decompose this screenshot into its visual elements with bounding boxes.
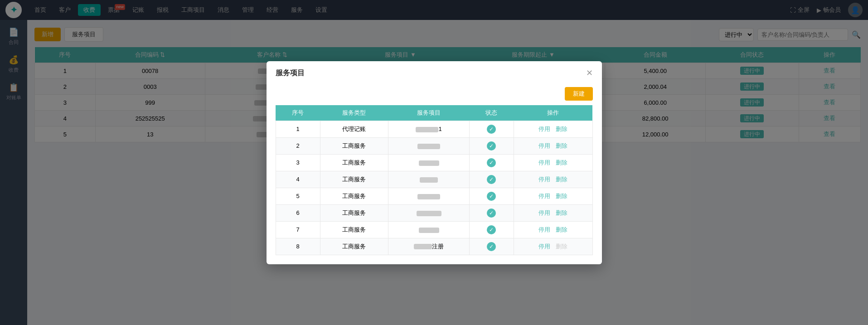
modal-table: 序号 服务类型 服务项目 状态 操作 1 代理记账 1 ✓ 停用 删除 2 工商… bbox=[276, 105, 593, 255]
modal-cell-item bbox=[388, 188, 469, 204]
modal-cell-item bbox=[388, 154, 469, 171]
modal-col-index: 序号 bbox=[276, 105, 320, 121]
modal-table-row: 1 代理记账 1 ✓ 停用 删除 bbox=[276, 121, 592, 137]
modal-cell-index: 1 bbox=[276, 121, 320, 137]
modal-cell-item: 注册 bbox=[388, 238, 469, 255]
modal-cell-type: 工商服务 bbox=[320, 171, 388, 188]
status-check-icon: ✓ bbox=[487, 192, 496, 201]
status-check-icon: ✓ bbox=[487, 209, 496, 218]
modal-cell-status: ✓ bbox=[469, 238, 514, 255]
modal-overlay[interactable]: 服务项目 ✕ 新建 序号 服务类型 服务项目 状态 操作 1 bbox=[0, 0, 868, 325]
delete-button[interactable]: 删除 bbox=[556, 193, 567, 199]
modal-cell-item bbox=[388, 137, 469, 154]
modal-table-row: 6 工商服务 ✓ 停用 删除 bbox=[276, 204, 592, 221]
modal-cell-status: ✓ bbox=[469, 188, 514, 204]
modal-cell-type: 工商服务 bbox=[320, 188, 388, 204]
status-check-icon: ✓ bbox=[487, 141, 496, 150]
modal-table-row: 5 工商服务 ✓ 停用 删除 bbox=[276, 188, 592, 204]
stop-button[interactable]: 停用 bbox=[538, 209, 550, 216]
modal-cell-index: 8 bbox=[276, 238, 320, 255]
modal-cell-type: 工商服务 bbox=[320, 221, 388, 238]
delete-button[interactable]: 删除 bbox=[556, 209, 567, 216]
modal-cell-item: 1 bbox=[388, 121, 469, 137]
delete-button[interactable]: 删除 bbox=[556, 142, 567, 149]
modal-header: 服务项目 ✕ bbox=[267, 61, 602, 82]
delete-button[interactable]: 删除 bbox=[556, 159, 567, 166]
modal-cell-type: 代理记账 bbox=[320, 121, 388, 137]
modal-cell-action: 停用 删除 bbox=[514, 238, 592, 255]
stop-button[interactable]: 停用 bbox=[538, 193, 550, 199]
modal-cell-status: ✓ bbox=[469, 221, 514, 238]
modal-cell-item bbox=[388, 204, 469, 221]
modal-cell-status: ✓ bbox=[469, 204, 514, 221]
modal-cell-type: 工商服务 bbox=[320, 238, 388, 255]
modal-title: 服务项目 bbox=[276, 68, 305, 78]
delete-button[interactable]: 删除 bbox=[556, 226, 567, 233]
stop-button[interactable]: 停用 bbox=[538, 226, 550, 233]
modal-table-row: 7 工商服务 ✓ 停用 删除 bbox=[276, 221, 592, 238]
modal-cell-status: ✓ bbox=[469, 171, 514, 188]
modal-table-row: 4 工商服务 ✓ 停用 删除 bbox=[276, 171, 592, 188]
stop-button[interactable]: 停用 bbox=[538, 176, 550, 183]
delete-button[interactable]: 删除 bbox=[556, 176, 567, 183]
modal-cell-action: 停用 删除 bbox=[514, 204, 592, 221]
modal-col-status: 状态 bbox=[469, 105, 514, 121]
modal-cell-action: 停用 删除 bbox=[514, 171, 592, 188]
modal-cell-status: ✓ bbox=[469, 154, 514, 171]
modal-table-row: 3 工商服务 ✓ 停用 删除 bbox=[276, 154, 592, 171]
status-check-icon: ✓ bbox=[487, 158, 496, 167]
modal-cell-type: 工商服务 bbox=[320, 137, 388, 154]
status-check-icon: ✓ bbox=[487, 125, 496, 134]
stop-button[interactable]: 停用 bbox=[538, 142, 550, 149]
modal-cell-index: 6 bbox=[276, 204, 320, 221]
modal-cell-index: 3 bbox=[276, 154, 320, 171]
stop-button[interactable]: 停用 bbox=[538, 243, 550, 250]
modal-cell-action: 停用 删除 bbox=[514, 121, 592, 137]
modal-close-button[interactable]: ✕ bbox=[586, 69, 593, 77]
modal-cell-type: 工商服务 bbox=[320, 154, 388, 171]
modal-cell-item bbox=[388, 171, 469, 188]
delete-button[interactable]: 删除 bbox=[556, 243, 567, 250]
status-check-icon: ✓ bbox=[487, 225, 496, 234]
modal-toolbar: 新建 bbox=[276, 87, 593, 101]
delete-button[interactable]: 删除 bbox=[556, 126, 567, 132]
modal-col-item: 服务项目 bbox=[388, 105, 469, 121]
status-check-icon: ✓ bbox=[487, 242, 496, 251]
stop-button[interactable]: 停用 bbox=[538, 159, 550, 166]
modal-cell-index: 7 bbox=[276, 221, 320, 238]
modal-cell-index: 5 bbox=[276, 188, 320, 204]
stop-button[interactable]: 停用 bbox=[538, 126, 550, 132]
modal-cell-index: 2 bbox=[276, 137, 320, 154]
modal-body: 新建 序号 服务类型 服务项目 状态 操作 1 代理记账 1 ✓ bbox=[267, 82, 602, 264]
modal-table-row: 2 工商服务 ✓ 停用 删除 bbox=[276, 137, 592, 154]
modal-col-type: 服务类型 bbox=[320, 105, 388, 121]
modal-cell-action: 停用 删除 bbox=[514, 137, 592, 154]
service-modal: 服务项目 ✕ 新建 序号 服务类型 服务项目 状态 操作 1 bbox=[267, 61, 602, 264]
modal-cell-index: 4 bbox=[276, 171, 320, 188]
modal-cell-status: ✓ bbox=[469, 137, 514, 154]
modal-col-action: 操作 bbox=[514, 105, 592, 121]
status-check-icon: ✓ bbox=[487, 175, 496, 184]
modal-table-row: 8 工商服务 注册 ✓ 停用 删除 bbox=[276, 238, 592, 255]
modal-cell-action: 停用 删除 bbox=[514, 188, 592, 204]
modal-cell-action: 停用 删除 bbox=[514, 221, 592, 238]
modal-cell-item bbox=[388, 221, 469, 238]
modal-cell-action: 停用 删除 bbox=[514, 154, 592, 171]
modal-cell-status: ✓ bbox=[469, 121, 514, 137]
modal-cell-type: 工商服务 bbox=[320, 204, 388, 221]
modal-new-button[interactable]: 新建 bbox=[565, 87, 593, 101]
